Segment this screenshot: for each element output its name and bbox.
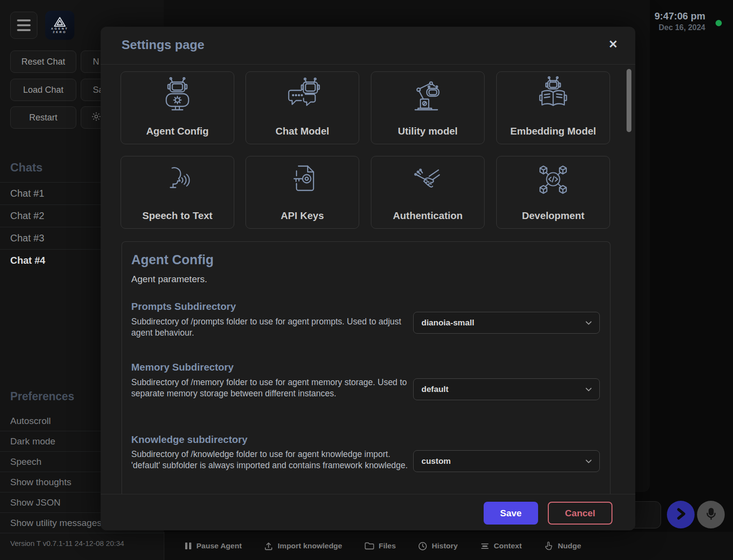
import-knowledge-button[interactable]: Import knowledge [264, 542, 342, 551]
card-label: Speech to Text [121, 210, 234, 221]
chevron-down-icon [586, 321, 592, 325]
action-label: Nudge [558, 542, 581, 550]
logo-triangle-icon [53, 17, 66, 27]
utility-model-icon [371, 76, 484, 117]
pause-icon [185, 542, 192, 550]
reset-chat-button[interactable]: Reset Chat [10, 51, 76, 73]
chat-model-icon [246, 76, 359, 117]
action-label: History [432, 542, 457, 550]
sidebar-toggle-button[interactable] [10, 12, 37, 39]
card-label: API Keys [246, 210, 359, 221]
field-description: Subdirectory of /knowledge folder to use… [131, 449, 411, 471]
app-root: AGENT ZERO Reset Chat N Load Chat Sa Res… [0, 0, 733, 560]
speech-to-text-icon [121, 160, 234, 201]
connection-status-dot [716, 20, 722, 26]
preferences-heading: Preferences [10, 390, 74, 403]
field-label-prompts-subdirectory: Prompts Subdirectory [131, 301, 236, 312]
context-button[interactable]: Context [480, 542, 522, 550]
clock-icon [418, 542, 427, 551]
knowledge-subdirectory-select[interactable]: custom [413, 450, 600, 472]
context-lines-icon [480, 542, 489, 550]
pause-agent-button[interactable]: Pause Agent [185, 542, 242, 550]
development-icon [497, 160, 610, 201]
section-title: Agent Config [131, 253, 213, 268]
section-subtitle: Agent parameters. [131, 274, 207, 285]
chats-heading: Chats [10, 161, 43, 174]
card-label: Utility model [371, 125, 484, 137]
action-label: Context [494, 542, 522, 550]
nudge-button[interactable]: Nudge [544, 541, 581, 551]
card-label: Chat Model [246, 125, 359, 137]
modal-header: Settings page ✕ [101, 27, 635, 65]
logo-text-line2: ZERO [53, 31, 67, 34]
folder-icon [365, 542, 374, 550]
field-label-knowledge-subdirectory: Knowledge subdirectory [131, 434, 247, 445]
clock-date: Dec 16, 2024 [655, 23, 706, 32]
select-value: default [421, 385, 586, 394]
logo-text-line1: AGENT [51, 27, 69, 31]
chevron-down-icon [586, 388, 592, 391]
files-button[interactable]: Files [365, 542, 396, 550]
field-label-memory-subdirectory: Memory Subdirectory [131, 361, 234, 373]
send-button[interactable] [667, 501, 695, 528]
agent-config-section: Agent Config Agent parameters. Prompts S… [122, 241, 611, 494]
close-icon[interactable]: ✕ [609, 37, 618, 52]
save-button[interactable]: Save [484, 502, 538, 525]
field-description: Subdirectory of /prompts folder to use f… [131, 316, 411, 339]
load-chat-button[interactable]: Load Chat [10, 79, 76, 101]
card-label: Authentication [371, 210, 484, 221]
pointer-hand-icon [544, 541, 553, 551]
agent-config-icon [121, 76, 234, 117]
action-label: Pause Agent [196, 542, 242, 550]
memory-subdirectory-select[interactable]: default [413, 378, 600, 400]
hamburger-icon [17, 19, 31, 31]
action-label: Import knowledge [278, 542, 342, 550]
restart-button[interactable]: Restart [10, 106, 76, 129]
card-label: Agent Config [121, 125, 234, 137]
api-keys-icon [246, 160, 359, 201]
card-speech-to-text[interactable]: Speech to Text [121, 156, 234, 229]
cancel-button[interactable]: Cancel [548, 502, 612, 525]
card-label: Embedding Model [497, 125, 610, 137]
history-button[interactable]: History [418, 542, 457, 551]
gear-icon [91, 111, 102, 124]
bottom-action-bar: Pause Agent Import knowledge Files Histo… [164, 532, 733, 560]
prompts-subdirectory-select[interactable]: dianoia-small [413, 312, 600, 334]
card-chat-model[interactable]: Chat Model [245, 71, 359, 144]
select-value: custom [421, 457, 586, 466]
upload-icon [264, 542, 273, 551]
embedding-model-icon [497, 76, 610, 117]
microphone-button[interactable] [697, 501, 725, 528]
modal-scrollbar[interactable] [627, 69, 631, 132]
clock-time: 9:47:06 pm [655, 11, 706, 22]
card-label: Development [497, 210, 610, 221]
clock-widget: 9:47:06 pm Dec 16, 2024 [655, 11, 706, 32]
settings-modal: Settings page ✕ Agent Config [101, 27, 635, 530]
action-label: Files [379, 542, 396, 550]
microphone-icon [704, 507, 718, 523]
card-development[interactable]: Development [496, 156, 610, 229]
select-value: dianoia-small [421, 318, 586, 328]
modal-footer: Save Cancel [101, 494, 635, 530]
card-api-keys[interactable]: API Keys [245, 156, 359, 229]
field-description: Subdirectory of /memory folder to use fo… [131, 377, 411, 399]
authentication-icon [371, 160, 484, 201]
agent-zero-logo: AGENT ZERO [45, 11, 74, 40]
version-text: Version T v0.7.1-11 24-12-08 20:34 [10, 539, 124, 547]
card-embedding-model[interactable]: Embedding Model [496, 71, 610, 144]
modal-title: Settings page [122, 37, 204, 52]
card-agent-config[interactable]: Agent Config [121, 71, 234, 144]
card-utility-model[interactable]: Utility model [371, 71, 485, 144]
send-arrow-icon [675, 508, 687, 522]
chevron-down-icon [586, 459, 592, 463]
card-authentication[interactable]: Authentication [371, 156, 485, 229]
